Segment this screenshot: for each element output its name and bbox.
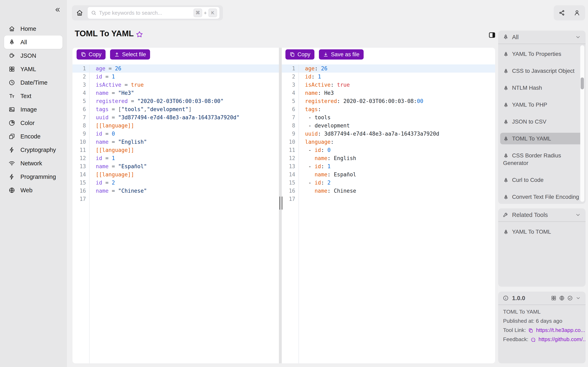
message-icon (531, 337, 536, 342)
code-line: 16name = "Chinese" (72, 187, 279, 195)
grid-icon (9, 66, 15, 72)
copy-button-label: Copy (89, 51, 102, 58)
line-number: 1 (72, 64, 90, 73)
related-tool-list: YAML To TOML (498, 222, 586, 238)
line-content: name = "Chinese" (90, 187, 147, 195)
code-line: 6tags = ["tools","development"] (72, 105, 279, 113)
tool-link[interactable]: https://t.he3app.co... (536, 327, 585, 333)
copy-input-button[interactable]: Copy (77, 49, 105, 59)
code-line: 15id = 2 (72, 179, 279, 187)
tool-item-json-to-csv[interactable]: JSON to CSV (500, 116, 584, 127)
tool-item-toml-to-yaml[interactable]: TOML To YAML (500, 133, 584, 144)
tool-info-panel: 1.0.0 TOML To YAML Published at: 6 days … (498, 292, 586, 363)
sidebar-item-home[interactable]: Home (0, 22, 67, 35)
globe-icon[interactable] (559, 295, 565, 301)
line-number: 10 (72, 138, 90, 146)
sidebar-collapse-button[interactable] (53, 5, 62, 14)
line-content: name: English (299, 154, 356, 162)
code-line: 6tags: (282, 105, 495, 113)
home-button[interactable] (76, 9, 83, 17)
grid-icon[interactable] (551, 295, 557, 301)
sidebar-item-image[interactable]: Image (0, 103, 67, 116)
check-circle-icon[interactable] (567, 295, 573, 301)
code-line: 7uuid = "3d877494-e7d4-48e3-aa7a-164373a… (72, 113, 279, 122)
scrollbar-thumb[interactable] (581, 77, 584, 89)
sidebar-item-network[interactable]: Network (0, 157, 67, 170)
sidebar-item-color[interactable]: Color (0, 116, 67, 130)
save-as-file-button[interactable]: Save as file (319, 49, 364, 59)
scrollbar-track[interactable] (580, 45, 584, 202)
sidebar-item-cryptography[interactable]: Cryptography (0, 143, 67, 157)
tool-item-convert-text-file-encoding[interactable]: Convert Text File Encoding (500, 191, 584, 203)
tool-item-css-border-radius-generator[interactable]: CSS Border Radius Generator (500, 150, 584, 169)
share-icon[interactable] (558, 9, 565, 16)
feedback-link[interactable]: https://github.com/... (539, 336, 586, 342)
related-tools-header-label: Related Tools (512, 212, 548, 218)
sidebar-item-json[interactable]: JSON (0, 49, 67, 62)
line-content: tags = ["tools","development"] (90, 105, 192, 113)
toml-input-pane: Copy Select file 1age = 262id = 13isActi… (72, 48, 279, 363)
tool-item-css-to-javascript-object[interactable]: CSS to Javascript Object (500, 65, 584, 77)
code-line: 4name = "He3" (72, 89, 279, 97)
tool-item-yaml-to-properties[interactable]: YAML To Properties (500, 48, 584, 60)
tool-feedback-row: Feedback: https://github.com/... (503, 336, 581, 342)
code-line: 9uuid: 3d877494-e7d4-48e3-aa7a-164373a79… (282, 130, 495, 138)
line-content: age: 26 (299, 64, 328, 73)
right-pane-toolbar: Copy Save as file (285, 49, 364, 59)
sidebar-item-label: Home (20, 25, 36, 32)
sidebar-item-yaml[interactable]: YAML (0, 62, 67, 76)
sidebar-item-web[interactable]: Web (0, 184, 67, 197)
user-icon[interactable] (573, 9, 580, 16)
sidebar-item-all[interactable]: All (4, 35, 62, 49)
line-content: registered = "2020-02-03T06:00:03-08:00" (90, 97, 224, 105)
line-number: 6 (282, 105, 299, 113)
yaml-code-viewer[interactable]: 1age: 262id: 13isActive: true4name: He35… (282, 64, 495, 363)
code-line: 16 name: Chinese (282, 187, 495, 195)
sidebar-item-label: Encode (20, 133, 40, 140)
yaml-output-pane: Copy Save as file 1age: 262id: 13isActiv… (282, 48, 495, 363)
pane-splitter-handle[interactable] (279, 48, 282, 363)
line-number: 15 (282, 179, 299, 187)
code-line: 4name: He3 (282, 89, 495, 97)
sidebar-item-date-time[interactable]: Date/Time (0, 76, 67, 89)
all-tools-header[interactable]: All (498, 31, 586, 44)
line-number: 8 (282, 122, 299, 130)
line-number: 11 (282, 146, 299, 154)
toml-code-editor[interactable]: 1age = 262id = 13isActive = true4name = … (72, 64, 279, 363)
tool-item-curl-to-code[interactable]: Curl to Code (500, 174, 584, 186)
line-number: 12 (72, 154, 90, 162)
sidebar-item-programming[interactable]: Programming (0, 170, 67, 184)
chevron-down-icon[interactable] (575, 295, 581, 301)
copy-icon (290, 52, 295, 57)
sidebar-item-label: JSON (20, 52, 36, 59)
tool-item-ntlm-hash[interactable]: NTLM Hash (500, 82, 584, 94)
sidebar-item-text[interactable]: Text (0, 89, 67, 103)
line-number: 13 (282, 162, 299, 170)
tool-item-yaml-to-php[interactable]: YAML To PHP (500, 99, 584, 110)
sidebar-item-label: Programming (20, 174, 56, 180)
panel-right-icon (488, 31, 496, 39)
sidebar: HomeAllJSONYAMLDate/TimeTextImageColorEn… (0, 0, 67, 367)
select-file-button[interactable]: Select file (110, 49, 150, 59)
line-content: - id: 2 (299, 179, 330, 187)
clock-icon (9, 79, 15, 86)
code-line: 5registered = "2020-02-03T06:00:03-08:00… (72, 97, 279, 105)
line-number: 8 (72, 122, 90, 130)
line-content: name: He3 (299, 89, 334, 97)
right-panel-toggle-button[interactable] (488, 31, 496, 39)
tool-item-yaml-to-toml[interactable]: YAML To TOML (500, 226, 584, 238)
rocket-icon (503, 34, 509, 40)
sidebar-item-encode[interactable]: Encode (0, 130, 67, 143)
line-content: - id: 0 (299, 146, 330, 154)
copy-output-button[interactable]: Copy (285, 49, 314, 59)
line-content: language: (299, 138, 334, 146)
code-line: 14[[language]] (72, 170, 279, 179)
sidebar-item-label: Date/Time (20, 79, 48, 86)
line-number: 2 (282, 73, 299, 81)
line-number: 11 (72, 146, 90, 154)
search-input[interactable]: Type keywords to search... ⌘ + K (87, 7, 220, 19)
related-tools-header[interactable]: Related Tools (498, 208, 586, 222)
zap-icon (9, 174, 15, 180)
tool-info-actions (551, 295, 581, 301)
favorite-star-button[interactable] (136, 31, 143, 38)
